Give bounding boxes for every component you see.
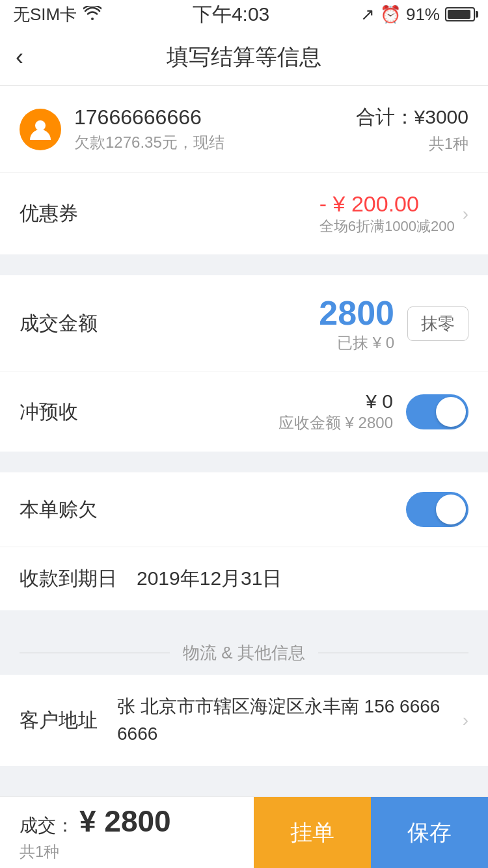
advance-toggle[interactable] [406, 394, 468, 429]
amount-sub: 已抹 ¥ 0 [319, 332, 394, 353]
debt-section: 本单赊欠 收款到期日 2019年12月31日 [0, 472, 488, 610]
debt-row: 本单赊欠 [0, 472, 488, 547]
bottom-info: 成交： ¥ 2800 共1种 [0, 804, 254, 862]
amount-section: 成交金额 2800 已抹 ¥ 0 抹零 冲预收 ¥ 0 应收金额 ¥ 2800 [0, 275, 488, 452]
logistics-text: 物流 & 其他信息 [170, 642, 318, 664]
wifi-icon [83, 5, 102, 25]
user-debt: 欠款1276.35元，现结 [74, 132, 224, 153]
logistics-line-right [318, 653, 468, 653]
bottom-bar: 成交： ¥ 2800 共1种 挂单 保存 [0, 796, 488, 868]
coupon-desc: 全场6折满1000减200 [319, 217, 455, 236]
coupon-row[interactable]: 优惠券 - ¥ 200.00 全场6折满1000减200 › [0, 172, 488, 254]
debt-toggle-knob [436, 495, 466, 524]
advance-row: 冲预收 ¥ 0 应收金额 ¥ 2800 [0, 372, 488, 452]
debt-toggle[interactable] [406, 492, 468, 527]
bottom-amount: ¥ 2800 [79, 804, 171, 839]
alarm-icon: ⏰ [380, 5, 401, 25]
page-title: 填写结算等信息 [167, 42, 321, 72]
coupon-label: 优惠券 [20, 200, 78, 227]
user-left: 17666666666 欠款1276.35元，现结 [20, 105, 224, 153]
amount-label: 成交金额 [20, 310, 98, 337]
amount-value: 2800 [319, 293, 394, 332]
advance-right: ¥ 0 应收金额 ¥ 2800 [278, 390, 468, 433]
address-row[interactable]: 客户地址 张 北京市市辖区海淀区永丰南 156 6666 6666 › [0, 675, 488, 766]
amount-right: 2800 已抹 ¥ 0 抹零 [319, 293, 468, 353]
hang-button[interactable]: 挂单 [254, 797, 371, 869]
address-value: 张 北京市市辖区海淀区永丰南 156 6666 6666 [117, 693, 463, 748]
status-time: 下午4:03 [193, 1, 269, 28]
logistics-line-left [20, 653, 170, 653]
nav-bar: ‹ 填写结算等信息 [0, 29, 488, 86]
status-left: 无SIM卡 [13, 3, 102, 26]
due-label: 收款到期日 [20, 565, 117, 592]
logistics-divider [0, 621, 488, 631]
avatar [20, 109, 61, 150]
divider-2 [0, 462, 488, 472]
status-right: ↗ ⏰ 91% [360, 5, 475, 25]
carrier-label: 无SIM卡 [13, 3, 77, 26]
location-icon: ↗ [360, 5, 375, 25]
coupon-right: - ¥ 200.00 全场6折满1000减200 › [319, 191, 468, 236]
user-phone: 17666666666 [74, 105, 224, 129]
user-count: 共1种 [356, 133, 468, 154]
advance-value-group: ¥ 0 应收金额 ¥ 2800 [278, 390, 393, 433]
bottom-amount-row: 成交： ¥ 2800 [20, 804, 234, 839]
status-bar: 无SIM卡 下午4:03 ↗ ⏰ 91% [0, 0, 488, 29]
chevron-right-icon: › [463, 204, 468, 224]
bottom-count: 共1种 [20, 841, 234, 862]
svg-point-0 [35, 120, 46, 131]
user-row: 17666666666 欠款1276.35元，现结 合计：¥3000 共1种 [0, 86, 488, 172]
toggle-knob [436, 397, 466, 427]
advance-label: 冲预收 [20, 399, 78, 426]
logistics-header: 物流 & 其他信息 [0, 631, 488, 675]
user-right: 合计：¥3000 共1种 [356, 104, 468, 154]
address-chevron-icon: › [463, 710, 468, 731]
address-label: 客户地址 [20, 707, 98, 734]
save-button[interactable]: 保存 [371, 797, 488, 869]
battery-icon [445, 7, 475, 21]
divider-1 [0, 265, 488, 275]
advance-sub: 应收金额 ¥ 2800 [278, 413, 393, 433]
user-section: 17666666666 欠款1276.35元，现结 合计：¥3000 共1种 优… [0, 86, 488, 254]
due-row: 收款到期日 2019年12月31日 [0, 547, 488, 610]
user-info: 17666666666 欠款1276.35元，现结 [74, 105, 224, 153]
address-section: 客户地址 张 北京市市辖区海淀区永丰南 156 6666 6666 › [0, 675, 488, 766]
bottom-prefix-label: 成交： [20, 813, 74, 838]
due-date: 2019年12月31日 [137, 565, 282, 592]
amount-row: 成交金额 2800 已抹 ¥ 0 抹零 [0, 275, 488, 372]
back-button[interactable]: ‹ [16, 44, 23, 71]
battery-percent: 91% [406, 5, 440, 25]
user-total: 合计：¥3000 [356, 104, 468, 131]
debt-label: 本单赊欠 [20, 496, 98, 523]
advance-value: ¥ 0 [278, 390, 393, 413]
coupon-discount: - ¥ 200.00 [319, 191, 455, 217]
round-button[interactable]: 抹零 [407, 306, 468, 341]
